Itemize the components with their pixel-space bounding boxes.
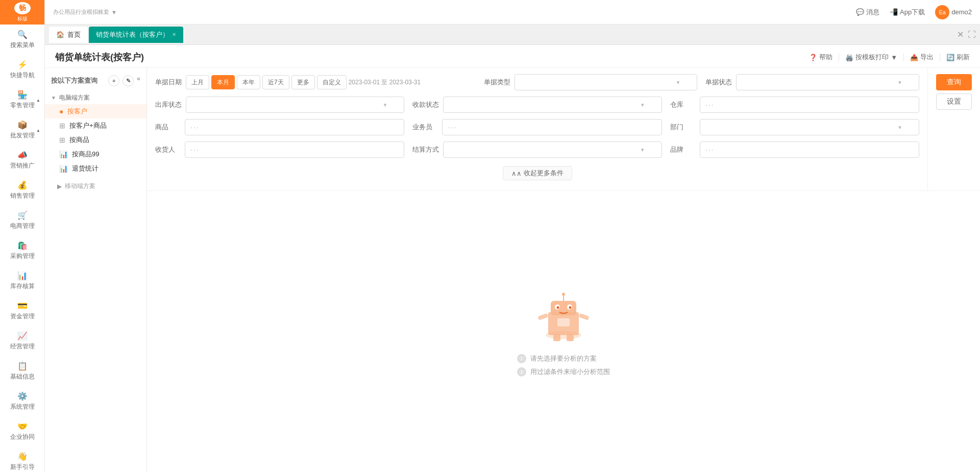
filter-payment: 收款状态 ▼ xyxy=(412,97,662,113)
sidebar-item-system[interactable]: ⚙️ 系统管理 xyxy=(0,386,44,416)
app-logo: 畅 标版 xyxy=(0,0,44,25)
brand-selector[interactable]: ··· xyxy=(700,141,919,158)
product-selector[interactable]: ··· xyxy=(185,119,404,135)
sidebar-item-newuser[interactable]: 👋 新手引导 xyxy=(0,446,44,472)
finance-icon: 💳 xyxy=(17,301,28,311)
outbound-selector[interactable]: ▼ xyxy=(186,97,404,113)
divider xyxy=(839,53,839,61)
sidebar-item-search[interactable]: 🔍 搜索菜单 xyxy=(0,25,44,55)
doc-type-control: ▼ xyxy=(514,74,698,90)
svg-point-6 xyxy=(569,306,572,309)
salesperson-selector[interactable]: ··· xyxy=(442,119,662,135)
refresh-icon: 🔄 xyxy=(946,54,954,61)
retail-icon: 🏪 xyxy=(17,90,28,100)
scheme-group-mobile-title[interactable]: ▶ 移动端方案 xyxy=(45,180,146,193)
settlement-selector[interactable]: ▼ xyxy=(443,141,662,158)
refresh-button[interactable]: 🔄 刷新 xyxy=(946,53,970,62)
warehouse-control: ··· xyxy=(700,97,919,113)
date-btn-7days[interactable]: 近7天 xyxy=(262,75,289,89)
sidebar-item-finance[interactable]: 💳 资金管理 xyxy=(0,296,44,326)
operation-icon: 📈 xyxy=(17,331,28,341)
doc-status-control: ▼ xyxy=(736,74,919,90)
svg-point-8 xyxy=(562,293,565,296)
scheme-add-button[interactable]: + xyxy=(108,75,119,86)
receiver-control: ··· xyxy=(185,141,404,158)
nav-icon: ⚡ xyxy=(17,60,28,69)
app-download-button[interactable]: 📲 App下载 xyxy=(890,8,925,17)
date-btn-more[interactable]: 更多 xyxy=(291,75,315,89)
search-icon: 🔍 xyxy=(17,30,28,39)
return-icon: 📊 xyxy=(59,164,68,173)
customer-active-icon: ● xyxy=(59,107,63,115)
sidebar-item-sales[interactable]: 💰 销售管理 xyxy=(0,175,44,205)
chevron-down-icon5: ▼ xyxy=(897,125,902,130)
department-selector[interactable]: ▼ xyxy=(700,119,919,135)
salesperson-control: ··· xyxy=(442,119,662,135)
outbound-control: ▼ xyxy=(186,97,404,113)
product-control: ··· xyxy=(185,119,404,135)
help-button[interactable]: ❓ 帮助 xyxy=(809,53,832,62)
sidebar-item-ecommerce[interactable]: 🛒 电商管理 xyxy=(0,205,44,235)
sidebar-item-operation[interactable]: 📈 经营管理 xyxy=(0,326,44,356)
doc-type-label: 单据类型 xyxy=(484,78,510,87)
filter-row-4: 收货人 ··· 结算方式 xyxy=(155,141,919,158)
page-content: 销货单统计表(按客户) ❓ 帮助 🖨️ 按模板打印 ▼ 📤 导出 xyxy=(45,45,980,472)
sidebar-item-basic[interactable]: 📋 基础信息 xyxy=(0,356,44,386)
tab-close-icon[interactable]: ✕ xyxy=(172,32,176,37)
filter-doc-status: 单据状态 ▼ xyxy=(705,74,919,90)
scheme-collapse-button[interactable]: « xyxy=(137,75,140,86)
grid-icon: ⊞ xyxy=(59,122,65,130)
system-icon: ⚙️ xyxy=(17,391,28,401)
basic-icon: 📋 xyxy=(17,361,28,371)
collapse-more-button[interactable]: ∧∧ 收起更多条件 xyxy=(503,166,572,180)
scheme-group-desktop: ▼ 电脑端方案 ● 按客户 ⊞ 按客户+商品 ⊞ 按商品 xyxy=(45,89,146,178)
sidebar-item-marketing[interactable]: 📣 营销推广 xyxy=(0,145,44,175)
setting-button[interactable]: 设置 xyxy=(936,93,972,110)
filter-salesperson: 业务员 ··· xyxy=(412,119,662,135)
print-button[interactable]: 🖨️ 按模板打印 ▼ xyxy=(845,53,897,62)
scheme-item-customer-product[interactable]: ⊞ 按客户+商品 xyxy=(45,119,146,133)
scheme-group-desktop-title[interactable]: ▼ 电脑端方案 xyxy=(45,91,146,104)
receiver-selector[interactable]: ··· xyxy=(185,141,404,158)
divider3 xyxy=(940,53,940,61)
home-icon: 🏠 xyxy=(56,31,64,38)
chevron-down-icon2: ▼ xyxy=(897,80,902,85)
page-actions: ❓ 帮助 🖨️ 按模板打印 ▼ 📤 导出 🔄 刷新 xyxy=(809,53,970,62)
doc-status-selector[interactable]: ▼ xyxy=(736,74,919,90)
date-btn-this-month[interactable]: 本月 xyxy=(211,75,235,89)
sidebar-item-retail[interactable]: 🏪 零售管理 xyxy=(0,85,44,115)
query-button[interactable]: 查询 xyxy=(936,74,972,90)
sidebar-item-purchase[interactable]: 🛍️ 采购管理 xyxy=(0,235,44,266)
scheme-item-return-stat[interactable]: 📊 退货统计 xyxy=(45,161,146,176)
download-icon: 📲 xyxy=(890,8,898,16)
filter-outbound: 出库状态 ▼ xyxy=(155,97,404,113)
date-btn-custom[interactable]: 自定义 xyxy=(317,75,347,89)
filter-product: 商品 ··· xyxy=(155,119,404,135)
sidebar-item-quicknav[interactable]: ⚡ 快捷导航 xyxy=(0,55,44,85)
tab-home[interactable]: 🏠 首页 xyxy=(49,27,88,43)
window-maximize-button[interactable]: ⛶ xyxy=(968,30,976,39)
industry-selector[interactable]: 办公用品行业模拟账套 ▼ xyxy=(53,8,117,16)
print-icon: 🖨️ xyxy=(845,54,853,61)
product-label: 商品 xyxy=(155,123,181,132)
window-close-button[interactable]: ✕ xyxy=(957,30,964,39)
scheme-edit-button[interactable]: ✎ xyxy=(122,75,134,86)
scheme-item-by-product-99[interactable]: 📊 按商品99 xyxy=(45,147,146,161)
export-button[interactable]: 📤 导出 xyxy=(910,53,934,62)
date-btn-last-month[interactable]: 上月 xyxy=(186,75,209,89)
tab-sales-stat[interactable]: 销货单统计表（按客户） ✕ xyxy=(89,27,183,43)
user-menu[interactable]: Ea demo2 xyxy=(935,5,972,19)
sidebar-item-cooperation[interactable]: 🤝 企业协同 xyxy=(0,416,44,446)
date-btn-this-year[interactable]: 本年 xyxy=(237,75,260,89)
warehouse-selector[interactable]: ··· xyxy=(700,97,919,113)
payment-selector[interactable]: ▼ xyxy=(443,97,662,113)
doc-type-selector[interactable]: ▼ xyxy=(514,74,698,90)
sidebar-item-wholesale[interactable]: 📦 批发管理 xyxy=(0,115,44,145)
inventory-icon: 📊 xyxy=(17,271,28,280)
scheme-item-by-customer[interactable]: ● 按客户 xyxy=(45,104,146,119)
filter-row-3: 商品 ··· 业务员 xyxy=(155,119,919,135)
sidebar-item-inventory[interactable]: 📊 库存核算 xyxy=(0,266,44,296)
message-button[interactable]: 💬 消息 xyxy=(856,8,879,17)
scheme-item-by-product[interactable]: ⊞ 按商品 xyxy=(45,133,146,147)
filter-warehouse: 仓库 ··· xyxy=(670,97,919,113)
